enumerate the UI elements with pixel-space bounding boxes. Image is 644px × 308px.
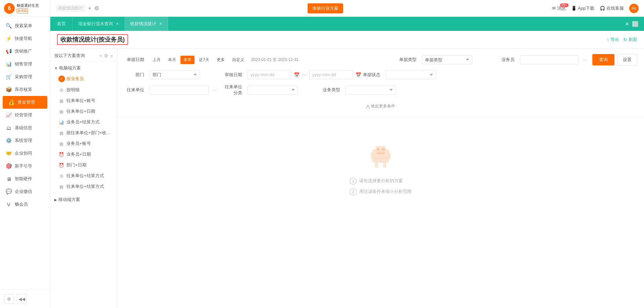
sidebar: 6 畅捷通好生意 标准版 🔍 搜索菜单 ⚡ 快捷导航 📢 营销推广 📊 销售管理…	[0, 0, 50, 308]
scheme-item-unit-dept[interactable]: ▦ 按往来单位+部门+收...	[50, 127, 117, 138]
sidebar-item-hardware[interactable]: 🖥 智能硬件	[0, 172, 50, 185]
message-button[interactable]: ✉ 消息 99+	[552, 5, 566, 11]
review-date-filter-value: 📅 — 📅	[248, 70, 355, 79]
finance-icon: 💰	[8, 99, 15, 105]
operation-icon: 📈	[5, 112, 12, 118]
refresh-button[interactable]: ↻ 刷新	[623, 37, 637, 43]
add-scheme-button[interactable]: +	[99, 53, 102, 58]
page-title-bar: 收款情况统计(按业务员) ↑ 导出 ↻ 刷新	[50, 31, 644, 49]
desktop-section-header[interactable]: ▼ 电脑端方案	[50, 63, 117, 73]
sidebar-item-basic[interactable]: 🗂 基础信息	[0, 121, 50, 134]
svg-point-5	[382, 148, 385, 151]
collapse-sidebar-button[interactable]: ◀◀	[17, 294, 27, 304]
scheme-item-salesperson-settle[interactable]: 📊 业务员+结算方式	[50, 117, 117, 127]
sidebar-item-search[interactable]: 🔍 搜索菜单	[0, 19, 50, 32]
date-tab-custom[interactable]: 自定义	[229, 56, 247, 64]
date-tab-7days[interactable]: 近7天	[196, 56, 212, 64]
body-layout: 按以下方案查询 + ⚙ « ▼ 电脑端方案 ✓ 按业务员	[50, 49, 644, 308]
section-expand-arrow: ▼	[54, 66, 58, 70]
review-date-start-cal-icon[interactable]: 📅	[294, 72, 300, 78]
header-gear-icon[interactable]: ⚙	[94, 5, 99, 11]
sidebar-item-quicknav[interactable]: ⚡ 快捷导航	[0, 32, 50, 45]
mobile-section-header[interactable]: ▶ 移动端方案	[50, 195, 117, 205]
sidebar-item-guide[interactable]: 🎯 新手引导	[0, 160, 50, 172]
unit-dots[interactable]: ···	[213, 87, 217, 93]
tab-receipt[interactable]: 收款情况统计 ✕	[125, 17, 168, 31]
doc-type-select[interactable]: 单据类型	[422, 55, 472, 64]
scheme-item-by-salesperson[interactable]: ✓ 按业务员	[50, 73, 117, 85]
sidebar-item-member[interactable]: V 畅会员	[0, 198, 50, 211]
salesperson-input[interactable]	[520, 55, 579, 64]
hint-2-num: 2	[350, 189, 357, 195]
maximize-window-icon[interactable]: ⬜	[632, 21, 639, 27]
scheme-item-unit-date[interactable]: ▦ 往来单位+日期	[50, 106, 117, 117]
business-type-select[interactable]	[345, 86, 396, 95]
sales-icon: 📊	[5, 61, 12, 67]
sidebar-item-marketing[interactable]: 📢 营销推广	[0, 45, 50, 58]
sidebar-item-enterprise[interactable]: 🤝 企业协同	[0, 147, 50, 160]
export-button[interactable]: ↑ 导出	[607, 37, 619, 43]
tab-home[interactable]: 首页	[50, 17, 73, 31]
empty-hint-2: 2 用过滤条件来缩小分析范围	[350, 189, 412, 195]
scheme-settings-icon[interactable]: ⚙	[104, 53, 108, 58]
salesperson-date-icon: ⏰	[58, 152, 64, 157]
scheme-item-salesperson-date[interactable]: ⏰ 业务员+日期	[50, 149, 117, 160]
scheme-item-by-detail[interactable]: ⊞ 按明细	[50, 85, 117, 95]
trial-button[interactable]: 体验行业方案	[308, 3, 343, 13]
hint-1-num: 1	[350, 178, 357, 185]
wechat-icon: 💬	[5, 189, 12, 195]
online-service-button[interactable]: 🎧 在线客服	[600, 5, 624, 11]
date-tab-this-month[interactable]: 本月	[165, 56, 179, 64]
sidebar-item-sales[interactable]: 📊 销售管理	[0, 58, 50, 70]
date-tabs: 上月 本月 本年 近7天 更多 自定义	[150, 56, 247, 64]
empty-illustration	[364, 138, 397, 171]
app-download-button[interactable]: 📱 App下载	[571, 5, 594, 11]
tab-receipt-close-icon[interactable]: ✕	[159, 21, 162, 26]
breadcrumb-dropdown-icon[interactable]: ▼	[88, 6, 92, 10]
settings-gear-button[interactable]: ⚙	[4, 294, 14, 304]
logo-name: 畅捷通好生意	[17, 3, 39, 8]
left-panel-header: 按以下方案查询 + ⚙ «	[50, 49, 117, 62]
sidebar-item-inventory[interactable]: 📦 库存核算	[0, 83, 50, 96]
scheme-item-unit-settle[interactable]: ⊞ 往来单位+结算方式	[50, 170, 117, 181]
collapse-more-button[interactable]: ⋀ 收起更多条件	[124, 101, 637, 112]
scheme-item-unit-settle2[interactable]: ▦ 往来单位+结算方式	[50, 181, 117, 192]
user-avatar[interactable]: Rit	[629, 4, 639, 13]
sidebar-item-purchase[interactable]: 🛒 采购管理	[0, 70, 50, 83]
column-settings-button[interactable]: 设置	[617, 54, 637, 65]
unit-input[interactable]	[150, 86, 209, 95]
sidebar-item-operation[interactable]: 📈 经营管理	[0, 109, 50, 121]
main-area: 收款情况统计 ▼ ⚙ 体验行业方案 ✉ 消息 99+ 📱 App下载 🎧 在线客…	[50, 0, 644, 308]
logo-icon: 6	[4, 3, 15, 14]
download-icon: 📱	[571, 6, 577, 11]
scheme-item-unit-account[interactable]: ▦ 往来单位+账号	[50, 95, 117, 106]
sidebar-item-wechat[interactable]: 💬 企业微信	[0, 185, 50, 198]
salesperson-settle-icon: 📊	[58, 120, 64, 125]
tab-bank-close-icon[interactable]: ✕	[116, 21, 119, 26]
svg-rect-9	[375, 163, 378, 168]
left-panel-actions: + ⚙ «	[99, 53, 113, 58]
dept-select[interactable]: 部门	[150, 70, 200, 79]
filter-section: 单据日期 上月 本月 本年 近7天 更多 自定义 2023-01-01 至 20…	[117, 49, 644, 117]
logo-area: 6 畅捷通好生意 标准版	[0, 0, 50, 17]
sidebar-item-finance[interactable]: 💰 资金管理	[3, 96, 47, 109]
salesperson-dots[interactable]: ···	[583, 57, 587, 62]
review-date-start-input[interactable]	[248, 70, 291, 79]
date-tab-this-year[interactable]: 本年	[180, 56, 195, 64]
salesperson-label: 业务员	[494, 57, 515, 63]
date-tab-more[interactable]: 更多	[214, 56, 228, 64]
business-type-label: 业务类型	[320, 87, 340, 93]
collapse-panel-icon[interactable]: «	[110, 53, 113, 58]
unit-category-select[interactable]	[248, 86, 298, 95]
scheme-item-dept-date[interactable]: ⏰ 部门+日期	[50, 160, 117, 170]
tab-bank[interactable]: 现金银行流水查询 ✕	[73, 17, 125, 31]
scheme-item-salesperson-account[interactable]: ▦ 业务员+账号	[50, 138, 117, 149]
query-button[interactable]: 查询	[592, 54, 614, 65]
refresh-icon: ↻	[623, 37, 627, 42]
review-date-end-input[interactable]	[309, 70, 353, 79]
date-tab-last-month[interactable]: 上月	[150, 56, 164, 64]
basic-icon: 🗂	[5, 125, 12, 131]
doc-status-select[interactable]	[386, 70, 436, 79]
sidebar-item-system[interactable]: ⚙️ 系统管理	[0, 134, 50, 147]
close-window-icon[interactable]: ✕	[625, 21, 629, 27]
